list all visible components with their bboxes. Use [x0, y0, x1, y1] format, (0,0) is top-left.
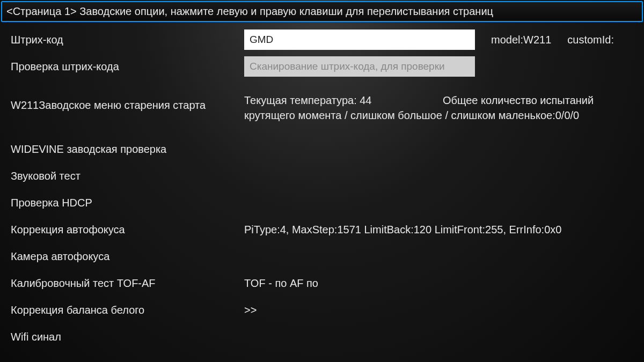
row-wifi[interactable]: Wifi синал — [11, 323, 633, 350]
temperature-value: Текущая температура: 44 — [244, 93, 443, 108]
row-autofocus-camera[interactable]: Камера автофокуса — [11, 243, 633, 270]
barcode-check-label: Проверка штрих-кода — [11, 61, 244, 73]
barcode-value-area: model:W211 customId: — [244, 29, 633, 50]
row-white-balance[interactable]: Коррекция баланса белого >> — [11, 297, 633, 323]
white-balance-value: >> — [244, 304, 633, 316]
autofocus-correction-label: Коррекция автофокуса — [11, 224, 244, 236]
row-sound-test[interactable]: Звуковой тест — [11, 162, 633, 189]
tof-af-value: TOF - по AF по — [244, 277, 633, 290]
widevine-label: WIDEVINE заводская проверка — [11, 143, 244, 156]
sound-test-label: Звуковой тест — [11, 170, 244, 182]
row-autofocus-correction[interactable]: Коррекция автофокуса PiType:4, MaxStep:1… — [11, 216, 633, 243]
row-aging[interactable]: W211Заводское меню старения старта Текущ… — [11, 86, 633, 126]
customid-label: customId: — [567, 34, 614, 46]
aging-label: W211Заводское меню старения старта — [11, 93, 244, 112]
autofocus-correction-value: PiType:4, MaxStep:1571 LimitBack:120 Lim… — [244, 224, 633, 236]
model-label: model:W211 — [491, 34, 551, 46]
row-barcode[interactable]: Штрих-код model:W211 customId: — [11, 26, 633, 53]
tof-af-label: Калибровочный тест TOF-AF — [11, 277, 244, 290]
row-widevine[interactable]: WIDEVINE заводская проверка — [11, 136, 633, 162]
wifi-label: Wifi синал — [11, 331, 244, 343]
settings-content: Штрих-код model:W211 customId: Проверка … — [0, 26, 644, 350]
autofocus-camera-label: Камера автофокуса — [11, 250, 244, 263]
aging-value-area: Текущая температура: 44 Общее количество… — [244, 93, 633, 123]
row-tof-af[interactable]: Калибровочный тест TOF-AF TOF - по AF по — [11, 270, 633, 297]
barcode-input[interactable] — [244, 29, 475, 50]
barcode-check-value-area — [244, 56, 633, 77]
row-hdcp[interactable]: Проверка HDCP — [11, 189, 633, 216]
barcode-label: Штрих-код — [11, 34, 244, 46]
tests-count-label: Общее количество испытаний — [443, 93, 594, 108]
white-balance-label: Коррекция баланса белого — [11, 304, 244, 316]
row-barcode-check[interactable]: Проверка штрих-кода — [11, 53, 633, 80]
page-title-bar: <Страница 1> Заводские опции, нажмите ле… — [1, 1, 643, 22]
page-title: <Страница 1> Заводские опции, нажмите ле… — [6, 5, 493, 17]
hdcp-label: Проверка HDCP — [11, 197, 244, 209]
torque-stats: крутящего момента / слишком большое / сл… — [244, 108, 633, 123]
barcode-check-input[interactable] — [244, 56, 475, 77]
